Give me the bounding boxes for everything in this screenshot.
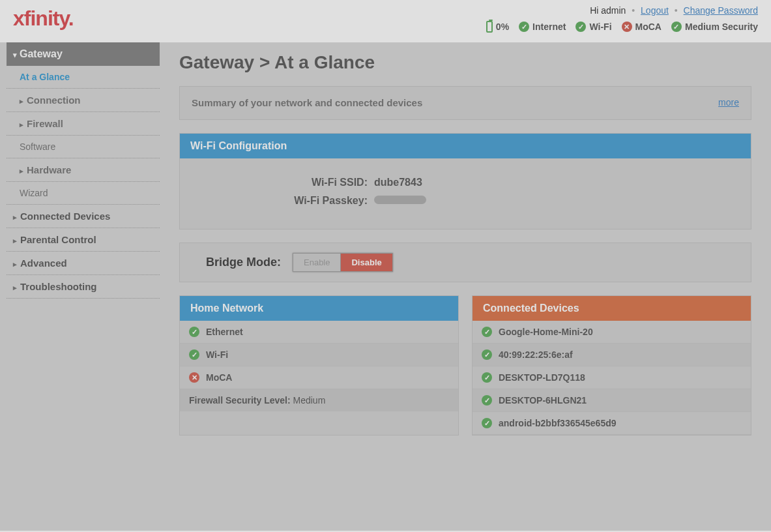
status-moca: MoCA — [635, 22, 662, 32]
net-item-ethernet: ✓Ethernet — [180, 321, 458, 344]
nav-hardware[interactable]: Hardware — [7, 158, 160, 182]
check-icon: ✓ — [482, 372, 492, 383]
logout-link[interactable]: Logout — [641, 5, 669, 16]
status-wifi: Wi-Fi — [589, 22, 611, 32]
status-internet: Internet — [532, 22, 566, 32]
more-link[interactable]: more — [718, 97, 739, 108]
sidebar: Gateway At a Glance Connection Firewall … — [7, 42, 160, 531]
nav-software[interactable]: Software — [7, 136, 160, 158]
device-row: ✓40:99:22:25:6e:af — [473, 344, 751, 366]
wifi-passkey-redacted — [374, 196, 426, 204]
bridge-enable-button[interactable]: Enable — [293, 254, 340, 271]
bridge-mode-label: Bridge Mode: — [206, 256, 281, 269]
device-row: ✓DESKTOP-LD7Q118 — [473, 366, 751, 389]
battery-icon — [486, 21, 493, 33]
summary-text: Summary of your network and connected de… — [192, 97, 422, 108]
x-icon: ✕ — [622, 22, 632, 32]
nav-at-a-glance[interactable]: At a Glance — [7, 66, 160, 89]
nav-gateway-header[interactable]: Gateway — [7, 42, 160, 66]
change-password-link[interactable]: Change Password — [684, 5, 758, 16]
greeting-text: Hi admin — [590, 5, 626, 16]
firewall-security-level: Firewall Security Level: Medium — [180, 389, 458, 411]
check-icon: ✓ — [519, 22, 529, 32]
wifi-passkey-label: Wi-Fi Passkey: — [192, 195, 374, 207]
battery-percent: 0% — [496, 22, 509, 32]
net-item-moca: ✕MoCA — [180, 366, 458, 389]
nav-connection[interactable]: Connection — [7, 89, 160, 112]
nav-troubleshooting[interactable]: Troubleshooting — [7, 275, 160, 299]
status-security: Medium Security — [685, 22, 758, 32]
separator: • — [632, 5, 635, 16]
check-icon: ✓ — [482, 349, 492, 360]
check-icon: ✓ — [189, 327, 199, 337]
check-icon: ✓ — [189, 349, 199, 360]
nav-parental-control[interactable]: Parental Control — [7, 228, 160, 252]
nav-firewall[interactable]: Firewall — [7, 112, 160, 136]
bridge-disable-button[interactable]: Disable — [340, 254, 392, 271]
x-icon: ✕ — [189, 372, 199, 383]
nav-connected-devices[interactable]: Connected Devices — [7, 205, 160, 228]
check-icon: ✓ — [482, 395, 492, 406]
net-item-wifi: ✓Wi-Fi — [180, 344, 458, 366]
home-network-header: Home Network — [180, 296, 458, 321]
device-row: ✓Google-Home-Mini-20 — [473, 321, 751, 344]
check-icon: ✓ — [671, 22, 682, 32]
nav-wizard[interactable]: Wizard — [7, 182, 160, 205]
device-row: ✓android-b2bbf336545e65d9 — [473, 412, 751, 435]
wifi-config-header: Wi-Fi Configuration — [180, 134, 751, 158]
device-row: ✓DESKTOP-6HLGN21 — [473, 389, 751, 412]
wifi-ssid-label: Wi-Fi SSID: — [192, 177, 374, 188]
check-icon: ✓ — [482, 327, 492, 337]
page-title: Gateway > At a Glance — [179, 52, 751, 73]
separator: • — [675, 5, 678, 16]
check-icon: ✓ — [482, 418, 492, 428]
check-icon: ✓ — [575, 22, 586, 32]
nav-advanced[interactable]: Advanced — [7, 252, 160, 275]
connected-devices-header: Connected Devices — [473, 296, 751, 321]
wifi-ssid-value: dube7843 — [374, 177, 422, 188]
